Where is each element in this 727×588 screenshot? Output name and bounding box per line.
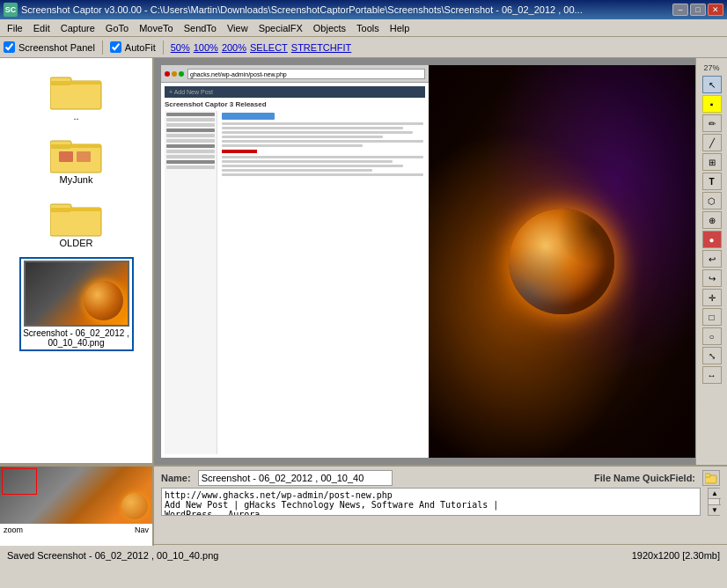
url-textarea[interactable]: http://www.ghacks.net/wp-admin/post-new.… (161, 488, 701, 516)
zoom-100-button[interactable]: 100% (194, 42, 218, 53)
thumb-minimap[interactable] (0, 467, 152, 524)
window-title: Screenshot Captor v3.00.00 - C:\Users\Ma… (21, 4, 672, 15)
name-label: Name: (161, 473, 191, 483)
preview-post-title: Screenshot Captor 3 Released (165, 100, 425, 108)
menu-capture[interactable]: Capture (55, 21, 100, 35)
quickfield-button[interactable] (702, 470, 720, 486)
folder-open-icon (705, 472, 717, 484)
app-icon: SC (4, 3, 18, 17)
screenshot-panel-group: Screenshot Panel (4, 41, 95, 53)
fill-tool-button[interactable]: ● (702, 231, 722, 248)
redo-button[interactable]: ↪ (702, 269, 722, 287)
image-tool-button[interactable]: ⊞ (702, 153, 722, 171)
menu-goto[interactable]: GoTo (100, 21, 134, 35)
zoom-stretchfit-button[interactable]: STRETCHFIT (291, 42, 351, 53)
folder-label-myjunk: MyJunk (60, 174, 93, 185)
preview-line (166, 118, 215, 121)
menu-help[interactable]: Help (385, 21, 415, 35)
folder-label-older: OLDER (60, 238, 93, 248)
main-area: .. MyJunk (0, 58, 727, 465)
line-tool-button[interactable]: ╱ (702, 134, 722, 151)
file-browser-panel: .. MyJunk (0, 58, 154, 465)
screenshot-panel-checkbox[interactable] (4, 41, 15, 53)
menu-objects[interactable]: Objects (308, 21, 351, 35)
scroll-down-button[interactable]: ▼ (709, 504, 721, 515)
zoom-50-button[interactable]: 50% (171, 42, 190, 53)
svg-rect-0 (50, 81, 101, 109)
autofit-checkbox[interactable] (110, 41, 121, 53)
preview-editor-toolbar (222, 113, 423, 120)
menu-tools[interactable]: Tools (351, 21, 385, 35)
preview-line (166, 134, 215, 137)
preview-wp-header: + Add New Post (165, 86, 425, 98)
thumb-planet (84, 281, 123, 320)
folder-icon-myjunk (50, 132, 103, 174)
zoom-label: zoom (4, 526, 23, 534)
crosshair-button[interactable]: ✛ (702, 289, 722, 306)
menu-file[interactable]: File (2, 21, 28, 35)
preview-line (222, 156, 423, 158)
menu-sendto[interactable]: SendTo (179, 21, 222, 35)
color-yellow-button[interactable]: ▪ (702, 95, 722, 113)
zoom-percent: 27% (703, 63, 719, 72)
preview-wp-body (165, 111, 425, 454)
cursor-tool-button[interactable]: ↖ (702, 76, 722, 93)
maximize-button[interactable]: □ (690, 4, 706, 16)
folder-item-parent[interactable]: .. (37, 67, 116, 123)
close-button[interactable]: ✕ (708, 4, 723, 16)
thumbnail-box (24, 261, 129, 327)
stamp-tool-button[interactable]: ⬡ (702, 192, 722, 209)
toolbar-separator-2 (163, 40, 164, 55)
screenshot-thumbnail-item[interactable]: Screenshot - 06_02_2012 ,00_10_40.png (19, 257, 134, 351)
svg-rect-7 (77, 151, 91, 162)
info-name-row: Name: File Name QuickField: (161, 470, 720, 486)
resize-tool-button[interactable]: ⤡ (702, 347, 722, 364)
canvas-area: ghacks.net/wp-admin/post-new.php + Add N… (154, 58, 727, 465)
url-scrollbar[interactable]: ▲ ▼ (708, 488, 720, 516)
folder-icon-older (50, 195, 103, 238)
move-tool-button[interactable]: ↔ (702, 366, 722, 384)
status-right-text: 1920x1200 [2.30mb] (632, 550, 720, 561)
folder-svg (50, 69, 103, 111)
pencil-tool-button[interactable]: ✏ (702, 114, 722, 132)
planet-glow (509, 209, 614, 314)
window-controls: – □ ✕ (672, 4, 723, 16)
preview-line (166, 150, 215, 153)
folder-icon-parent (50, 69, 103, 111)
thumbnail-inner (26, 262, 128, 325)
space-planet (509, 209, 614, 314)
ellipse-tool-button[interactable]: ○ (702, 327, 722, 345)
rect-tool-button[interactable]: □ (702, 308, 722, 326)
svg-rect-10 (50, 208, 101, 211)
preview-line (166, 155, 215, 158)
preview-line (222, 122, 423, 125)
title-bar: SC Screenshot Captor v3.00.00 - C:\Users… (0, 0, 727, 19)
folder-label-parent: .. (73, 111, 78, 121)
folder-item-myjunk[interactable]: MyJunk (37, 130, 116, 187)
menu-moveto[interactable]: MoveTo (134, 21, 179, 35)
thumb-minimap-panel: zoom Nav (0, 467, 154, 546)
preview-line (222, 136, 383, 138)
scroll-up-button[interactable]: ▲ (709, 489, 721, 499)
minimize-button[interactable]: – (672, 4, 688, 16)
menu-view[interactable]: View (222, 21, 253, 35)
preview-button (222, 150, 257, 153)
screenshot-preview[interactable]: ghacks.net/wp-admin/post-new.php + Add N… (161, 65, 695, 458)
zoom-select-button[interactable]: SELECT (250, 42, 288, 53)
name-input[interactable] (198, 470, 393, 486)
svg-rect-12 (705, 474, 710, 477)
folder-item-older[interactable]: OLDER (37, 194, 116, 250)
preview-line (222, 131, 413, 134)
zoom-tool-button[interactable]: ⊕ (702, 211, 722, 229)
preview-line (166, 129, 215, 132)
autofit-group: AutoFit (110, 41, 156, 53)
preview-browser-content: + Add New Post Screenshot Captor 3 Relea… (161, 83, 429, 458)
menu-edit[interactable]: Edit (28, 21, 55, 35)
menu-bar: File Edit Capture GoTo MoveTo SendTo Vie… (0, 19, 727, 37)
preview-wp-main (220, 111, 425, 454)
menu-specialfx[interactable]: SpecialFX (253, 21, 308, 35)
text-tool-button[interactable]: T (702, 173, 722, 190)
zoom-200-button[interactable]: 200% (222, 42, 246, 53)
status-left-text: Saved Screenshot - 06_02_2012 , 00_10_40… (7, 550, 218, 561)
undo-button[interactable]: ↩ (702, 250, 722, 268)
